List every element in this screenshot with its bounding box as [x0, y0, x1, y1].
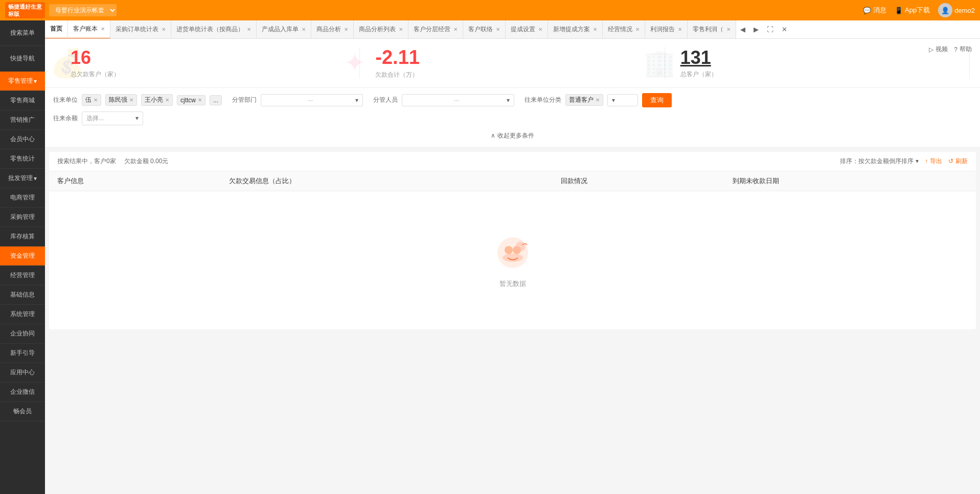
stats-actions: ▷ 视频 ? 帮助: [929, 45, 972, 54]
chevron-down-icon-person: ▾: [507, 97, 510, 104]
tab-retail-profit[interactable]: 零售利润（ ✕: [688, 20, 736, 39]
search-button[interactable]: 查询: [642, 93, 672, 107]
sidebar-item-vip-member[interactable]: 畅会员: [0, 402, 45, 421]
tab-home[interactable]: 首页: [45, 20, 68, 39]
top-bar-left: 畅捷通好生意 标版 母婴行业演示帐套: [5, 2, 117, 19]
dept-select-more: ···: [308, 97, 313, 104]
sidebar-item-wholesale-mgmt[interactable]: 批发管理 ▾: [0, 169, 45, 188]
video-btn[interactable]: ▷ 视频: [929, 45, 948, 54]
filter-tag-wangxiaoliang: 王小亮 ✕: [141, 94, 173, 106]
tab-goods-analysis[interactable]: 商品分析 ✕: [311, 20, 354, 39]
dept-select[interactable]: ··· ▾: [261, 94, 363, 106]
tab-close-seg[interactable]: ✕: [453, 27, 458, 32]
tab-close-promo[interactable]: ✕: [538, 27, 542, 32]
sidebar-item-member-center[interactable]: 会员中心: [0, 130, 45, 149]
sidebar-item-retail-mgmt[interactable]: 零售管理 ▾: [0, 72, 45, 91]
table-header-row: 客户信息 欠款交易信息（占比） 回款情况 到期未收款日期: [49, 171, 976, 191]
phone-icon: 📱: [895, 7, 903, 14]
tab-operations[interactable]: 经营情况 ✕: [603, 20, 645, 39]
sidebar-item-retail-stats[interactable]: 零售统计: [0, 149, 45, 169]
app-download-btn[interactable]: 📱 App下载: [895, 6, 930, 15]
top-bar: 畅捷通好生意 标版 母婴行业演示帐套 💬 消息 📱 App下载 👤 demo2: [0, 0, 980, 20]
person-label: 分管人员: [373, 96, 398, 104]
col-repayment: 回款情况: [553, 171, 724, 191]
filter-tag-cjttcw: cjttcw ✕: [177, 95, 206, 105]
user-menu[interactable]: 👤 demo2: [938, 3, 975, 17]
sidebar-item-marketing[interactable]: 营销推广: [0, 110, 45, 130]
person-select[interactable]: ··· ▾: [402, 94, 514, 106]
tab-close-customer-account[interactable]: ✕: [101, 26, 105, 32]
sidebar-item-basic-info[interactable]: 基础信息: [0, 285, 45, 305]
store-selector[interactable]: 母婴行业演示帐套: [49, 4, 117, 16]
table-container: 搜索结果中，客户0家 欠款金额 0.00元 排序：按欠款金额倒序排序 ▾ ↑ 导…: [49, 152, 976, 329]
sidebar-item-ecommerce[interactable]: 电商管理: [0, 188, 45, 208]
chevron-down-icon-cat: ▾: [612, 97, 615, 104]
tab-close-profit[interactable]: ✕: [678, 27, 682, 32]
unit-category-label: 往来单位分类: [525, 96, 561, 104]
tab-nav-next[interactable]: ▶: [749, 20, 763, 39]
remove-tag-cjttcw[interactable]: ✕: [198, 97, 202, 103]
filter-tag-unit: 伍 ✕: [82, 94, 101, 106]
sidebar-item-operations[interactable]: 经营管理: [0, 266, 45, 285]
tab-close-retail[interactable]: ✕: [726, 27, 731, 32]
sidebar-item-purchase[interactable]: 采购管理: [0, 208, 45, 227]
chevron-up-icon: ∧: [491, 132, 495, 139]
sort-btn[interactable]: 排序：按欠款金额倒序排序 ▾: [840, 157, 919, 166]
total-customers-value: 131: [680, 48, 711, 68]
filter-tag-more[interactable]: ...: [210, 95, 222, 105]
sidebar-item-quick-nav[interactable]: 快捷导航: [0, 46, 45, 72]
tab-customer-contact[interactable]: 客户联络 ✕: [463, 20, 506, 39]
collapse-btn[interactable]: ∧ 收起更多条件: [53, 129, 972, 142]
tab-close-all[interactable]: ✕: [778, 20, 791, 39]
message-btn[interactable]: 💬 消息: [863, 6, 886, 15]
tab-close-contact[interactable]: ✕: [496, 27, 500, 32]
stat-debt-total: -2.11 欠款合计（万）: [360, 47, 665, 79]
tab-goods-analysis-list[interactable]: 商品分析列表 ✕: [354, 20, 408, 39]
total-customers-label: 总客户（家）: [680, 70, 717, 79]
help-icon: ?: [954, 46, 958, 53]
remove-tag-wang[interactable]: ✕: [165, 97, 169, 103]
sidebar-item-finance[interactable]: 资金管理: [0, 246, 45, 266]
tab-promotion-settings[interactable]: 提成设置 ✕: [506, 20, 548, 39]
help-btn[interactable]: ? 帮助: [954, 45, 972, 54]
sidebar-item-app-center[interactable]: 应用中心: [0, 363, 45, 383]
tab-purchase-order-stats[interactable]: 采购订单统计表 ✕: [110, 20, 171, 39]
refresh-btn[interactable]: ↺ 刷新: [948, 157, 968, 166]
tab-purchase-stats[interactable]: 进货单统计表（按商品） ✕: [171, 20, 257, 39]
export-btn[interactable]: ↑ 导出: [925, 157, 942, 166]
tab-close-ops[interactable]: ✕: [635, 27, 640, 32]
debt-amount-text: 欠款金额 0.00元: [124, 157, 169, 166]
tab-new-promotion[interactable]: 新增提成方案 ✕: [548, 20, 603, 39]
remove-tag-wu[interactable]: ✕: [94, 97, 98, 103]
unit-category-select[interactable]: ▾: [607, 94, 638, 106]
svg-point-2: [505, 246, 513, 254]
toolbar-left: 搜索结果中，客户0家 欠款金额 0.00元: [57, 157, 168, 166]
tab-close-purchase[interactable]: ✕: [162, 27, 166, 32]
export-icon: ↑: [925, 158, 928, 165]
sidebar-item-enterprise-wechat[interactable]: 企业微信: [0, 383, 45, 402]
remove-tag-normal[interactable]: ✕: [596, 97, 600, 103]
sidebar-item-inventory[interactable]: 库存核算: [0, 227, 45, 246]
tab-close-goods-list[interactable]: ✕: [399, 27, 403, 32]
tab-customer-account[interactable]: 客户账本 ✕: [68, 20, 110, 39]
tab-profit-report[interactable]: 利润报告 ✕: [645, 20, 688, 39]
sidebar-item-new-guide[interactable]: 新手引导: [0, 344, 45, 363]
refresh-icon: ↺: [948, 158, 953, 165]
tab-close-instock[interactable]: ✕: [302, 27, 306, 32]
balance-select[interactable]: 选择... ▾: [82, 111, 143, 125]
svg-point-0: [497, 237, 528, 268]
tab-maximize[interactable]: ⛶: [763, 20, 778, 39]
tab-product-instock[interactable]: 产成品入库单 ✕: [257, 20, 311, 39]
sidebar-item-search[interactable]: 搜索菜单: [0, 20, 45, 46]
tab-nav-prev[interactable]: ◀: [736, 20, 749, 39]
sidebar-item-enterprise[interactable]: 企业协同: [0, 324, 45, 344]
tab-close-purchase-stats[interactable]: ✕: [247, 27, 251, 32]
sidebar-item-retail-mall[interactable]: 零售商城: [0, 91, 45, 110]
sort-label: 排序：按欠款金额倒序排序: [840, 157, 914, 166]
tab-close-goods[interactable]: ✕: [344, 27, 348, 32]
tab-customer-seg[interactable]: 客户分层经营 ✕: [408, 20, 463, 39]
tab-close-new-promo[interactable]: ✕: [593, 27, 597, 32]
col-due-date: 到期未收款日期: [724, 171, 976, 191]
remove-tag-chen[interactable]: ✕: [129, 97, 133, 103]
sidebar-item-system[interactable]: 系统管理: [0, 305, 45, 324]
